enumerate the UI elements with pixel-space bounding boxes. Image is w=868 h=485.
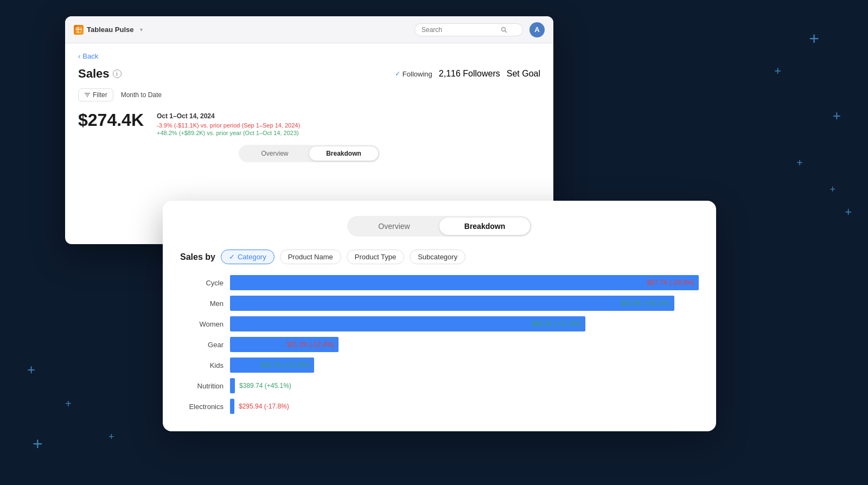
svg-rect-4 [76,27,81,28]
check-icon: ✓ [395,70,400,78]
bar: $389.74 (+45.1%) [230,378,235,393]
back-chevron-icon: ‹ [78,52,80,60]
svg-rect-5 [76,32,81,33]
chart-row: Nutrition$389.74 (+45.1%) [180,378,699,393]
chart-row-label: Nutrition [180,382,224,390]
tab-breakdown[interactable]: Breakdown [309,146,378,161]
decorative-plus-2: + [774,65,781,77]
chart-row-label: Kids [180,361,224,369]
decorative-plus-6: + [845,206,852,218]
svg-line-7 [505,31,507,33]
bar-wrapper: $66.2K (+11.3%) [230,316,699,331]
breakdown-tab-row: Overview Breakdown [180,216,699,237]
period-button[interactable]: Month to Date [118,89,165,101]
chart-row-label: Men [180,299,224,308]
breakdown-tab-breakdown[interactable]: Breakdown [439,218,530,235]
bar-wrapper: $21.2K (-12.4%) [230,337,699,352]
browser-header: Tableau Pulse ▾ A [65,16,553,43]
metric-value: $274.4K [78,110,144,130]
bar-value-inside: $15.7K (+12.0%) [260,361,309,369]
bar-value-inside: $82.9K (+30.2%) [621,299,669,307]
breakdown-card: Overview Breakdown Sales by ✓ Category P… [163,201,716,431]
back-link[interactable]: ‹ Back [78,52,540,60]
bar-wrapper: $82.9K (+30.2%) [230,296,699,311]
filter-button[interactable]: Filter [78,88,113,101]
bar-wrapper: $295.94 (-17.8%) [230,399,699,414]
avatar[interactable]: A [529,22,545,37]
decorative-plus-9: + [108,432,114,442]
bar-wrapper: $15.7K (+12.0%) [230,358,699,373]
metric-pos-change: +48.2% (+$89.2K) vs. prior year (Oct 1–O… [157,130,300,136]
following-button[interactable]: ✓ Following [395,70,432,78]
bar: $21.2K (-12.4%) [230,337,339,352]
search-container[interactable] [414,23,523,36]
chart-row: Kids$15.7K (+12.0%) [180,358,699,373]
app-dropdown-arrow[interactable]: ▾ [140,27,143,33]
dimension-product-name[interactable]: Product Name [280,250,341,264]
decorative-plus-10: + [33,435,43,452]
tableau-logo-icon [74,25,84,35]
chart-row: Electronics$295.94 (-17.8%) [180,399,699,414]
chart-container: Cycle$87.7K (-28.9%)Men$82.9K (+30.2%)Wo… [180,275,699,414]
sales-by-label: Sales by [180,252,215,262]
sales-by-row: Sales by ✓ Category Product Name Product… [180,250,699,264]
dimension-product-type[interactable]: Product Type [347,250,404,264]
bar: $15.7K (+12.0%) [230,358,314,373]
decorative-plus-8: + [65,398,72,409]
bar: $87.7K (-28.9%) [230,275,699,290]
decorative-plus-7: + [27,362,35,376]
svg-rect-3 [81,27,81,33]
bar: $295.94 (-17.8%) [230,399,234,414]
filter-row: Filter Month to Date [78,88,540,101]
metric-neg-change: -3.9% (-$11.1K) vs. prior period (Sep 1–… [157,122,300,129]
chart-row: Gear$21.2K (-12.4%) [180,337,699,352]
chart-row: Cycle$87.7K (-28.9%) [180,275,699,290]
chart-row-label: Gear [180,341,224,349]
page-title-text: Sales [78,67,110,81]
chart-row: Women$66.2K (+11.3%) [180,316,699,331]
search-icon [501,27,507,33]
title-actions: ✓ Following 2,116 Followers Set Goal [395,69,540,79]
metric-section: $274.4K Oct 1–Oct 14, 2024 -3.9% (-$11.1… [78,110,540,136]
bar-value-inside: $66.2K (+11.3%) [532,320,580,328]
set-goal-button[interactable]: Set Goal [507,69,540,79]
dimension-category[interactable]: ✓ Category [221,250,275,264]
metric-date: Oct 1–Oct 14, 2024 [157,112,300,120]
bar: $66.2K (+11.3%) [230,316,585,331]
bar-value: $389.74 (+45.1%) [239,382,291,390]
search-input[interactable] [422,26,497,34]
chart-row-label: Cycle [180,279,224,287]
decorative-plus-5: + [829,184,835,194]
breakdown-tab-overview[interactable]: Overview [349,218,439,235]
check-icon-category: ✓ [229,253,235,261]
chart-row: Men$82.9K (+30.2%) [180,296,699,311]
page-title: Sales i [78,67,122,81]
bar-value-inside: $87.7K (-28.9%) [647,279,694,286]
svg-point-6 [502,27,506,31]
bar: $82.9K (+30.2%) [230,296,674,311]
bar-value: $295.94 (-17.8%) [239,403,289,410]
page-title-row: Sales i ✓ Following 2,116 Followers Set … [78,67,540,81]
svg-rect-2 [76,27,76,33]
info-icon[interactable]: i [113,69,122,78]
decorative-plus-3: + [833,109,841,123]
tab-overview[interactable]: Overview [240,146,309,161]
decorative-plus-1: + [809,30,819,47]
breakdown-toggle: Overview Breakdown [347,216,532,237]
filter-icon [84,92,91,98]
decorative-plus-4: + [796,157,803,168]
chart-row-label: Women [180,320,224,328]
bar-wrapper: $87.7K (-28.9%) [230,275,699,290]
filter-label: Filter [93,91,107,99]
app-name: Tableau Pulse [87,25,133,34]
dimension-category-label: Category [238,253,266,261]
bar-wrapper: $389.74 (+45.1%) [230,378,699,393]
bar-value-inside: $21.2K (-12.4%) [287,341,334,348]
view-toggle: Overview Breakdown [239,145,380,162]
app-logo: Tableau Pulse [74,25,133,35]
back-label[interactable]: Back [82,52,98,60]
browser-content: ‹ Back Sales i ✓ Following 2,116 Followe… [65,43,553,176]
followers-count[interactable]: 2,116 Followers [439,69,500,79]
dimension-subcategory[interactable]: Subcategory [410,250,465,264]
metric-details: Oct 1–Oct 14, 2024 -3.9% (-$11.1K) vs. p… [157,110,300,136]
